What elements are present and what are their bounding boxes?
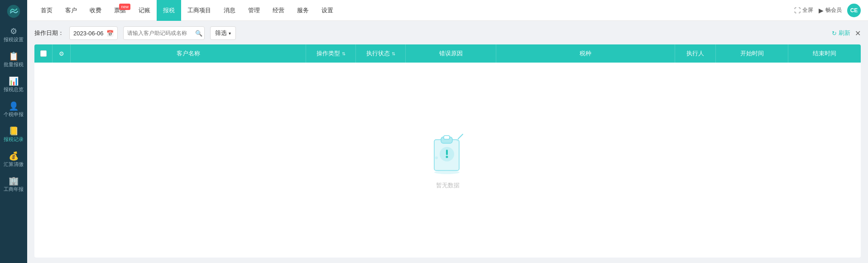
filter-label: 筛选 bbox=[215, 29, 227, 37]
refresh-label: 刷新 bbox=[839, 29, 850, 37]
play-icon: ▶ bbox=[819, 7, 824, 14]
date-picker[interactable]: 2023-06-06 📅 bbox=[69, 26, 118, 40]
filter-button[interactable]: 筛选 ▾ bbox=[210, 26, 236, 40]
sidebar-item-baoshui-zonglian[interactable]: 📊 报税总览 bbox=[0, 73, 27, 97]
chevron-down-icon: ▾ bbox=[229, 31, 231, 36]
sidebar-item-huisuan-jiaona[interactable]: 💰 汇算清缴 bbox=[0, 147, 27, 172]
sidebar-item-geshui-shenbao[interactable]: 👤 个税申报 bbox=[0, 97, 27, 122]
toolbar: 操作日期： 2023-06-06 📅 🔍 筛选 ▾ ↻ 刷新 ✕ bbox=[34, 26, 861, 40]
sidebar-item-label: 批量报税 bbox=[4, 62, 24, 68]
table-header: ⚙ 客户名称 操作类型 ⇅ 执行状态 ⇅ 错误原因 税种 bbox=[34, 44, 861, 63]
sort-icon: ⇅ bbox=[392, 51, 395, 56]
th-checkbox[interactable] bbox=[34, 44, 53, 63]
th-executor: 执行人 bbox=[675, 44, 716, 63]
member-label: 畅会员 bbox=[825, 6, 842, 14]
nav-item-shezhi[interactable]: 设置 bbox=[315, 0, 340, 21]
content-area: 操作日期： 2023-06-06 📅 🔍 筛选 ▾ ↻ 刷新 ✕ bbox=[27, 21, 868, 263]
sidebar-logo bbox=[0, 0, 27, 23]
table-container: ⚙ 客户名称 操作类型 ⇅ 执行状态 ⇅ 错误原因 税种 bbox=[34, 44, 861, 258]
new-badge: new bbox=[119, 4, 130, 10]
nav-item-kehu[interactable]: 客户 bbox=[59, 0, 83, 21]
th-start-time: 开始时间 bbox=[716, 44, 788, 63]
date-label: 操作日期： bbox=[34, 29, 64, 37]
nav-item-fuwu[interactable]: 服务 bbox=[291, 0, 315, 21]
sidebar-item-label: 报税记录 bbox=[4, 136, 24, 142]
refresh-icon: ↻ bbox=[832, 30, 837, 37]
baoshui-zonglian-icon: 📊 bbox=[9, 77, 19, 85]
empty-state: 暂无数据 bbox=[427, 131, 468, 190]
baoshui-shezhi-icon: ⚙ bbox=[10, 27, 17, 35]
nav-item-xiaoxi[interactable]: 消息 bbox=[217, 0, 242, 21]
gongshang-nianbao-icon: 🏢 bbox=[9, 177, 19, 185]
nav-item-shoufei[interactable]: 收费 bbox=[83, 0, 108, 21]
sidebar-item-label: 工商年报 bbox=[4, 186, 24, 192]
nav-item-gongshang-xiangmu[interactable]: 工商项目 bbox=[181, 0, 217, 21]
sidebar-item-baoshui-jilu[interactable]: 📒 报税记录 bbox=[0, 122, 27, 147]
svg-point-9 bbox=[435, 156, 438, 159]
member-btn[interactable]: ▶ 畅会员 bbox=[819, 6, 842, 14]
th-gear[interactable]: ⚙ bbox=[53, 44, 71, 63]
search-box: 🔍 bbox=[123, 26, 205, 40]
sidebar: ⚙ 报税设置 📋 批量报税 📊 报税总览 👤 个税申报 📒 报税记录 💰 汇算清… bbox=[0, 0, 27, 263]
top-nav: 首页 客户 收费 票据 new 记账 报税 工商项目 消息 管理 经营 服务 设… bbox=[27, 0, 868, 21]
sidebar-item-label: 报税设置 bbox=[4, 37, 24, 43]
calendar-icon: 📅 bbox=[106, 30, 114, 37]
sidebar-item-label: 个税申报 bbox=[4, 112, 24, 117]
th-error-reason: 错误原因 bbox=[406, 44, 496, 63]
nav-item-guanli[interactable]: 管理 bbox=[242, 0, 266, 21]
nav-items: 首页 客户 收费 票据 new 记账 报税 工商项目 消息 管理 经营 服务 设… bbox=[34, 0, 794, 21]
gear-icon: ⚙ bbox=[59, 50, 64, 57]
avatar[interactable]: CE bbox=[847, 4, 861, 17]
date-value: 2023-06-06 bbox=[73, 30, 104, 37]
sidebar-item-label: 汇算清缴 bbox=[4, 161, 24, 167]
fullscreen-label: 全屏 bbox=[802, 6, 813, 14]
sidebar-item-label: 报税总览 bbox=[4, 87, 24, 93]
nav-item-piaoju[interactable]: 票据 new bbox=[108, 0, 132, 21]
sidebar-item-gongshang-nianbao[interactable]: 🏢 工商年报 bbox=[0, 172, 27, 197]
nav-item-shouye[interactable]: 首页 bbox=[34, 0, 59, 21]
main-area: 首页 客户 收费 票据 new 记账 报税 工商项目 消息 管理 经营 服务 设… bbox=[27, 0, 868, 263]
nav-item-baoshui[interactable]: 报税 bbox=[157, 0, 181, 21]
sort-icon: ⇅ bbox=[342, 51, 345, 56]
geshui-shenbao-icon: 👤 bbox=[9, 102, 19, 110]
svg-point-6 bbox=[446, 156, 448, 158]
fullscreen-btn[interactable]: ⛶ 全屏 bbox=[794, 6, 813, 14]
sidebar-item-baoshui-shezhi[interactable]: ⚙ 报税设置 bbox=[0, 23, 27, 48]
nav-item-jizhang[interactable]: 记账 bbox=[132, 0, 157, 21]
baoshui-jilu-icon: 📒 bbox=[9, 127, 19, 135]
svg-line-7 bbox=[458, 134, 463, 139]
sidebar-item-piliang-baoshui[interactable]: 📋 批量报税 bbox=[0, 48, 27, 73]
th-tax-type: 税种 bbox=[496, 44, 675, 63]
th-op-type[interactable]: 操作类型 ⇅ bbox=[306, 44, 356, 63]
close-icon: ✕ bbox=[855, 29, 861, 37]
nav-item-jingying[interactable]: 经营 bbox=[266, 0, 291, 21]
huisuan-jiaona-icon: 💰 bbox=[9, 152, 19, 160]
search-input[interactable] bbox=[127, 30, 195, 36]
empty-illustration bbox=[427, 131, 468, 176]
th-end-time: 结束时间 bbox=[788, 44, 861, 63]
fullscreen-icon: ⛶ bbox=[794, 7, 801, 14]
svg-rect-3 bbox=[444, 136, 450, 139]
refresh-button[interactable]: ↻ 刷新 bbox=[832, 29, 850, 37]
svg-rect-5 bbox=[446, 150, 448, 155]
svg-point-11 bbox=[434, 170, 460, 174]
th-exec-status[interactable]: 执行状态 ⇅ bbox=[356, 44, 406, 63]
empty-text: 暂无数据 bbox=[436, 181, 460, 190]
close-button[interactable]: ✕ bbox=[855, 29, 861, 38]
piliang-baoshui-icon: 📋 bbox=[9, 52, 19, 60]
topnav-right: ⛶ 全屏 ▶ 畅会员 CE bbox=[794, 4, 861, 17]
th-client-name: 客户名称 bbox=[71, 44, 306, 63]
header-checkbox[interactable] bbox=[40, 50, 47, 57]
search-icon[interactable]: 🔍 bbox=[195, 30, 202, 37]
toolbar-right: ↻ 刷新 ✕ bbox=[832, 29, 861, 38]
svg-point-10 bbox=[435, 164, 436, 166]
table-body: 暂无数据 bbox=[34, 63, 861, 258]
